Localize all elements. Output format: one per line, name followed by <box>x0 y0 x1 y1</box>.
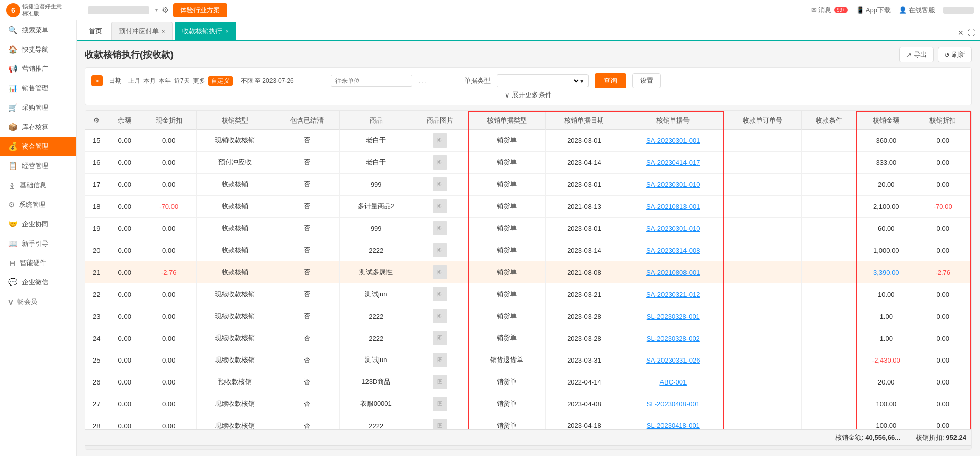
date-this-month[interactable]: 本月 <box>143 77 156 85</box>
messages-label: 消息 <box>818 6 831 15</box>
th-receipt-condition: 收款条件 <box>801 111 857 130</box>
date-this-year[interactable]: 本年 <box>159 77 171 85</box>
online-service-item[interactable]: 👤 在线客服 <box>899 6 935 15</box>
th-gear[interactable]: ⚙ <box>85 111 108 130</box>
messages-item[interactable]: ✉ 消息 99+ <box>811 6 848 15</box>
user-name-item[interactable] <box>943 7 974 14</box>
sidebar-item-marketing[interactable]: 📢 营销推广 <box>0 59 76 79</box>
sidebar-item-sys-label: 系统管理 <box>19 200 45 209</box>
export-button[interactable]: ↗ 导出 <box>899 47 934 62</box>
home-icon: 🏠 <box>8 45 18 54</box>
td-balance: 0.00 <box>108 349 141 371</box>
sidebar-item-search[interactable]: 🔍 搜索菜单 <box>0 20 76 40</box>
voucher-type-select-wrapper[interactable]: ▾ <box>497 74 589 87</box>
td-goods: 999 <box>340 218 412 239</box>
td-verify-bill-no[interactable]: SL-20230418-001 <box>623 415 724 430</box>
app-download-item[interactable]: 📱 App下载 <box>856 6 891 15</box>
td-verify-bill-no[interactable]: SL-20230328-002 <box>623 327 724 349</box>
sidebar-item-inventory[interactable]: 📦 库存核算 <box>0 117 76 137</box>
sidebar-item-quick-nav[interactable]: 🏠 快捷导航 <box>0 40 76 59</box>
table-row: 19 0.00 0.00 收款核销 否 999 图 销货单 2023-03-01… <box>85 218 971 239</box>
table-row: 15 0.00 0.00 现销收款核销 否 老白干 图 销货单 2023-03-… <box>85 130 971 152</box>
td-verify-bill-type: 销货单 <box>468 393 546 415</box>
td-balance: 0.00 <box>108 283 141 305</box>
td-verify-bill-date: 2022-04-14 <box>546 371 623 393</box>
td-verify-bill-type: 销货单 <box>468 305 546 327</box>
date-custom[interactable]: 自定义 <box>208 76 233 86</box>
filter-settings-button[interactable]: 设置 <box>632 73 661 88</box>
td-goods-image: 图 <box>412 261 468 283</box>
sidebar-item-ops-mgmt[interactable]: 📋 经营管理 <box>0 156 76 176</box>
tab-verify-close[interactable]: × <box>225 28 228 34</box>
td-receipt-order-no <box>724 305 801 327</box>
date-links: 上月 本月 本年 近7天 更多 自定义 <box>128 76 233 86</box>
date-last-7-days[interactable]: 近7天 <box>174 77 190 85</box>
table-row: 28 0.00 0.00 现续收款核销 否 2222 图 销货单 2023-04… <box>85 415 971 430</box>
sidebar-item-basic-info[interactable]: 🗄 基础信息 <box>0 176 76 195</box>
td-verify-bill-no[interactable]: SA-20230314-008 <box>623 239 724 261</box>
td-verify-bill-no[interactable]: SA-20210813-001 <box>623 196 724 218</box>
td-verify-bill-no[interactable]: SA-20230414-017 <box>623 152 724 174</box>
table-scroll[interactable]: ⚙ 余额 现金折扣 核销类型 包含已结清 商品 商品图片 核销单据类型 核销单据… <box>85 111 971 429</box>
td-goods-image: 图 <box>412 152 468 174</box>
settings-icon[interactable]: ⚙ <box>162 5 169 15</box>
td-verify-bill-no[interactable]: SA-20230301-010 <box>623 174 724 196</box>
date-more[interactable]: 更多 <box>193 77 205 85</box>
sidebar-item-member[interactable]: V 畅会员 <box>0 292 76 311</box>
td-goods: 测试多属性 <box>340 261 412 283</box>
voucher-type-select[interactable] <box>501 77 580 85</box>
sidebar-item-purchase-mgmt[interactable]: 🛒 采购管理 <box>0 98 76 117</box>
td-verify-bill-type: 销货单 <box>468 218 546 239</box>
table-footer: 核销金额: 40,556,66... 核销折扣: 952.24 <box>85 429 971 445</box>
app-download-label: App下载 <box>866 6 891 15</box>
dropdown-arrow-icon[interactable]: ▾ <box>155 7 158 13</box>
tab-prepay-close[interactable]: × <box>162 28 165 34</box>
td-verify-bill-type: 销货单 <box>468 196 546 218</box>
td-verify-discount: 0.00 <box>915 371 971 393</box>
sidebar-item-corp-collab[interactable]: 🤝 企业协同 <box>0 214 76 234</box>
td-verify-bill-no[interactable]: SA-20230321-012 <box>623 283 724 305</box>
td-goods-image: 图 <box>412 130 468 152</box>
td-verify-bill-date: 2023-03-31 <box>546 349 623 371</box>
footer-verify-discount-val: 952.24 <box>946 434 966 441</box>
sidebar-item-corp-label: 企业协同 <box>22 220 48 229</box>
td-verify-type: 现续收款核销 <box>197 393 274 415</box>
tab-close-all-icon[interactable]: ✕ <box>958 29 964 37</box>
td-verify-bill-no[interactable]: ABC-001 <box>623 371 724 393</box>
logo-text: 畅捷通谱好生意标准版 <box>22 3 62 16</box>
date-last-month[interactable]: 上月 <box>128 77 140 85</box>
th-goods: 商品 <box>340 111 412 130</box>
td-verify-bill-no[interactable]: SA-20230301-001 <box>623 130 724 152</box>
th-verify-bill-type: 核销单据类型 <box>468 111 546 130</box>
bottom-scrollbar[interactable] <box>85 445 971 449</box>
sidebar-item-wechat[interactable]: 💬 企业微信 <box>0 273 76 292</box>
td-include-settled: 否 <box>274 152 340 174</box>
td-verify-amount: 1.00 <box>857 305 915 327</box>
wechat-icon: 💬 <box>8 278 18 287</box>
tab-prepay[interactable]: 预付冲应付单 × <box>111 22 173 40</box>
partner-input[interactable] <box>331 75 412 87</box>
trial-button[interactable]: 体验行业方案 <box>173 3 227 17</box>
query-button[interactable]: 查询 <box>595 73 626 88</box>
date-filter-label: 日期 <box>109 76 122 85</box>
sidebar-item-beginner[interactable]: 📖 新手引导 <box>0 234 76 253</box>
td-verify-amount: 20.00 <box>857 371 915 393</box>
td-verify-bill-no[interactable]: SL-20230328-001 <box>623 305 724 327</box>
refresh-button[interactable]: ↺ 刷新 <box>938 47 972 62</box>
td-verify-bill-no[interactable]: SA-20230331-026 <box>623 349 724 371</box>
tab-verify[interactable]: 收款核销执行 × <box>175 22 236 40</box>
sidebar-item-sys-mgmt[interactable]: ⚙ 系统管理 <box>0 195 76 214</box>
tab-expand-icon[interactable]: ⛶ <box>968 29 975 37</box>
sidebar-item-finance[interactable]: 💰 资金管理 <box>0 137 76 156</box>
sidebar-item-sales-mgmt[interactable]: 📊 销售管理 <box>0 79 76 98</box>
th-verify-type: 核销类型 <box>197 111 274 130</box>
td-goods-image: 图 <box>412 393 468 415</box>
footer-verify-amount: 核销金额: 40,556,66... <box>835 433 900 442</box>
expand-more-conditions[interactable]: ∨ 展开更多条件 <box>91 88 965 100</box>
tab-home[interactable]: 首页 <box>82 22 109 40</box>
td-verify-bill-no[interactable]: SA-20210808-001 <box>623 261 724 283</box>
td-verify-bill-no[interactable]: SA-20230301-010 <box>623 218 724 239</box>
td-verify-bill-no[interactable]: SL-20230408-001 <box>623 393 724 415</box>
filter-expand-button[interactable]: » <box>91 75 103 86</box>
sidebar-item-smart-hw[interactable]: 🖥 智能硬件 <box>0 253 76 273</box>
